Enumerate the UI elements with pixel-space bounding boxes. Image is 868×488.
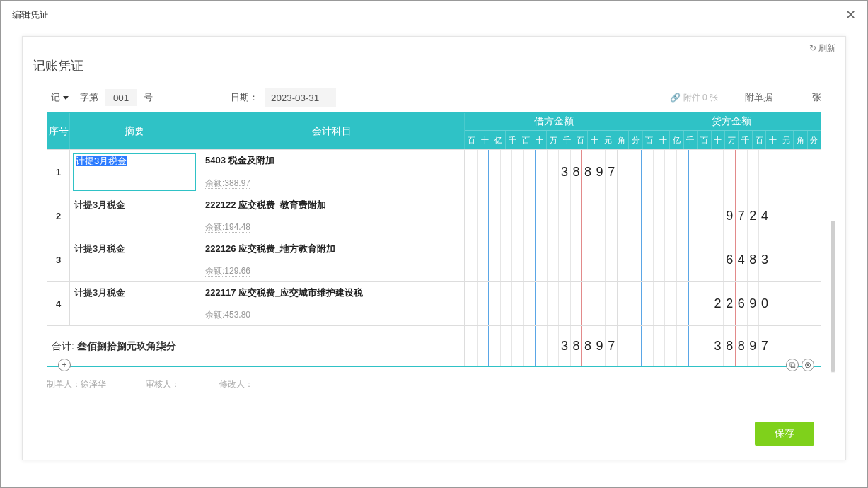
- summary-text[interactable]: 计提3月税金: [73, 285, 196, 299]
- voucher-type-select[interactable]: 记: [47, 88, 73, 107]
- debit-cell[interactable]: [465, 238, 618, 281]
- scrollbar-track[interactable]: [831, 221, 835, 373]
- amount-digit: [488, 282, 500, 325]
- attachment-link-text: 附件 0 张: [683, 92, 718, 104]
- amount-digit: [535, 326, 547, 366]
- amount-digit: [618, 238, 630, 281]
- digit-header: 分: [628, 131, 642, 149]
- amount-digit: [676, 238, 688, 281]
- digit-header: 角: [615, 131, 628, 149]
- credit-cell[interactable]: 22690: [618, 282, 770, 325]
- subject-title: 222126 应交税费_地方教育附加: [205, 243, 458, 255]
- subject-cell[interactable]: 5403 税金及附加 余额:388.97: [199, 150, 465, 194]
- debit-cell[interactable]: [465, 282, 618, 325]
- amount-digit: [558, 238, 570, 281]
- voucher-number-input[interactable]: [105, 89, 137, 106]
- amount-digit: 9: [594, 326, 606, 366]
- debit-cell[interactable]: 38897: [465, 150, 618, 194]
- amount-digit: [641, 150, 653, 194]
- amount-digit: 9: [594, 150, 606, 194]
- amount-digit: [653, 194, 665, 238]
- amount-digit: 3: [758, 238, 770, 281]
- amount-digit: [581, 238, 594, 281]
- credit-cell[interactable]: 9724: [618, 194, 770, 238]
- subject-balance: 余额:388.97: [205, 178, 458, 190]
- amount-digit: [547, 238, 559, 281]
- digit-header: 千: [505, 131, 519, 149]
- amount-digit: 8: [570, 150, 582, 194]
- amount-digit: 7: [605, 326, 617, 366]
- amount-digit: 8: [581, 150, 594, 194]
- amount-digit: 8: [735, 326, 747, 366]
- subject-cell[interactable]: 222122 应交税费_教育费附加 余额:194.48: [199, 194, 465, 238]
- refresh-button[interactable]: ↻ 刷新: [809, 42, 835, 54]
- total-label: 合计:: [52, 340, 74, 353]
- amount-digit: [500, 194, 512, 238]
- amount-digit: [547, 194, 559, 238]
- amount-digit: [700, 326, 712, 366]
- maker-label: 制单人：: [47, 379, 81, 389]
- digit-header: 十: [478, 131, 491, 149]
- amount-digit: [523, 326, 536, 366]
- subject-title: 222122 应交税费_教育费附加: [205, 199, 458, 211]
- delete-row-button[interactable]: ⊗: [802, 359, 814, 371]
- amount-digit: [547, 150, 559, 194]
- amount-digit: [618, 194, 630, 238]
- summary-text[interactable]: 计提3月税金: [73, 241, 196, 255]
- col-seq: 序号: [47, 113, 70, 149]
- amount-digit: [594, 282, 606, 325]
- table-row: 1 计提3月税金 5403 税金及附加 余额:388.97 38897: [47, 149, 821, 194]
- date-input[interactable]: [265, 88, 336, 107]
- credit-cell[interactable]: 6483: [618, 238, 770, 281]
- amount-digit: 2: [723, 282, 735, 325]
- attach-doc-count-input[interactable]: [780, 90, 805, 105]
- table-row: 4 计提3月税金 222117 应交税费_应交城市维护建设税 余额:453.80…: [47, 281, 821, 325]
- amount-digit: [465, 150, 477, 194]
- amount-digit: 2: [747, 194, 759, 238]
- amount-digit: [511, 150, 523, 194]
- subject-cell[interactable]: 222117 应交税费_应交城市维护建设税 余额:453.80: [199, 282, 465, 325]
- refresh-icon: ↻: [809, 43, 816, 53]
- copy-row-button[interactable]: ⧉: [786, 359, 799, 371]
- amount-digit: [630, 194, 642, 238]
- amount-digit: [547, 326, 559, 366]
- modifier-label: 修改人：: [219, 379, 253, 389]
- amount-digit: [558, 282, 570, 325]
- amount-digit: [581, 194, 594, 238]
- add-row-button[interactable]: +: [58, 359, 71, 371]
- debit-cell[interactable]: [465, 194, 618, 238]
- amount-digit: [700, 282, 712, 325]
- modal-title: 编辑凭证: [12, 8, 49, 21]
- scrollbar-thumb[interactable]: [831, 221, 835, 372]
- amount-digit: [712, 194, 724, 238]
- digit-header: 十: [656, 131, 669, 149]
- amount-digit: [535, 194, 547, 238]
- page-title: 记账凭证: [23, 54, 845, 83]
- credit-cell[interactable]: [618, 150, 770, 194]
- amount-digit: [523, 238, 536, 281]
- subject-cell[interactable]: 222126 应交税费_地方教育附加 余额:129.66: [199, 238, 465, 281]
- subject-balance: 余额:129.66: [205, 265, 458, 277]
- amount-digit: [477, 194, 489, 238]
- close-icon[interactable]: ✕: [845, 7, 856, 23]
- amount-digit: 9: [747, 326, 759, 366]
- amount-digit: [488, 194, 500, 238]
- amount-digit: 3: [558, 326, 570, 366]
- summary-text[interactable]: 计提3月税金: [73, 197, 196, 211]
- label-hao: 号: [144, 91, 153, 104]
- maker-name: 徐泽华: [81, 379, 106, 389]
- save-button[interactable]: 保存: [755, 422, 814, 446]
- date-label: 日期：: [231, 91, 258, 104]
- attach-doc-label: 附单据: [745, 91, 772, 104]
- digit-header: 十: [533, 131, 546, 149]
- amount-digit: [605, 238, 617, 281]
- amount-digit: [664, 282, 676, 325]
- amount-digit: 3: [712, 326, 724, 366]
- summary-input[interactable]: 计提3月税金: [73, 153, 196, 191]
- amount-digit: [535, 150, 547, 194]
- amount-digit: 6: [723, 238, 735, 281]
- auditor-label: 审核人：: [146, 379, 180, 389]
- attachment-link[interactable]: 🔗 附件 0 张: [670, 92, 718, 104]
- digit-header: 百: [519, 131, 532, 149]
- amount-digit: [570, 238, 582, 281]
